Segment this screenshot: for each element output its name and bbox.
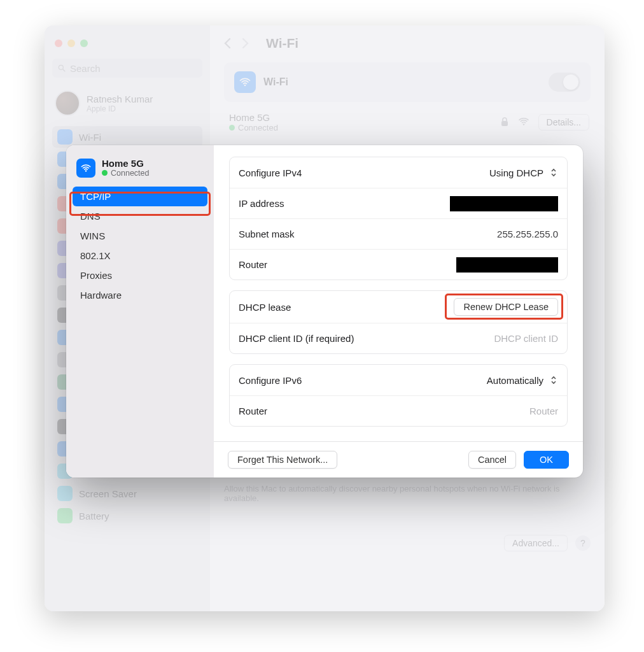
- svg-point-2: [244, 85, 246, 87]
- router-v6-label: Router: [239, 406, 267, 416]
- chevron-updown-icon: [549, 167, 558, 178]
- ipv6-group: Configure IPv6 Automatically Router Rout…: [229, 364, 568, 427]
- subnet-label: Subnet mask: [239, 229, 295, 239]
- account-sub: Apple ID: [87, 104, 153, 113]
- zoom-window-icon[interactable]: [80, 39, 88, 47]
- avatar: [55, 90, 80, 116]
- forget-network-button[interactable]: Forget This Network...: [228, 451, 337, 469]
- advanced-button[interactable]: Advanced...: [504, 535, 568, 551]
- status-dot-icon: [229, 125, 235, 131]
- configure-ipv6-popup[interactable]: Automatically: [487, 374, 558, 386]
- router-v4-label: Router: [239, 259, 267, 270]
- account-name: Ratnesh Kumar: [87, 94, 153, 104]
- dhcp-client-id-input[interactable]: DHCP client ID: [494, 333, 558, 344]
- apple-id-account[interactable]: Ratnesh Kumar Apple ID: [52, 88, 202, 124]
- wifi-status-card: Wi-Fi: [224, 62, 591, 102]
- sheet-tab-wins[interactable]: WINS: [73, 226, 207, 246]
- configure-ipv6-label: Configure IPv6: [239, 375, 302, 386]
- status-dot-icon: [102, 170, 108, 176]
- dhcp-group: DHCP lease Renew DHCP Lease DHCP client …: [229, 290, 568, 354]
- details-button[interactable]: Details...: [538, 114, 589, 131]
- lock-icon: [500, 117, 509, 129]
- sheet-sidebar: Home 5G Connected TCP/IPDNSWINS802.1XPro…: [66, 145, 214, 478]
- sidebar-item-label: Screen Saver: [79, 488, 137, 499]
- chevron-updown-icon: [549, 374, 558, 386]
- page-title: Wi-Fi: [266, 36, 298, 51]
- wifi-icon: [76, 159, 95, 178]
- sheet-tabs: TCP/IPDNSWINS802.1XProxiesHardware: [73, 187, 207, 305]
- sheet-footer: Forget This Network... Cancel OK: [214, 441, 583, 478]
- sidebar-item-icon: [57, 486, 73, 501]
- sheet-network-header: Home 5G Connected: [73, 154, 207, 187]
- ipv4-group: Configure IPv4 Using DHCP IP address Sub…: [229, 157, 568, 280]
- network-name: Home 5G: [227, 112, 278, 123]
- nav-forward-icon[interactable]: [242, 37, 251, 50]
- sheet-network-status: Connected: [111, 169, 149, 178]
- sheet-main: Configure IPv4 Using DHCP IP address Sub…: [214, 145, 583, 478]
- wifi-label: Wi-Fi: [263, 76, 288, 88]
- svg-point-4: [522, 124, 524, 125]
- configure-ipv4-popup[interactable]: Using DHCP: [489, 167, 558, 178]
- ip-address-label: IP address: [239, 198, 284, 209]
- svg-line-1: [63, 69, 66, 72]
- configure-ipv4-label: Configure IPv4: [239, 167, 302, 178]
- sidebar-item-label: Battery: [79, 511, 109, 521]
- dhcp-lease-label: DHCP lease: [239, 302, 291, 313]
- sheet-tab-tcpip[interactable]: TCP/IP: [73, 187, 207, 206]
- sidebar-item[interactable]: Screen Saver: [52, 483, 202, 504]
- svg-point-5: [85, 170, 87, 171]
- router-v6-input[interactable]: Router: [529, 406, 558, 416]
- sidebar-item-label: Wi-Fi: [79, 132, 101, 143]
- close-window-icon[interactable]: [55, 39, 62, 47]
- svg-rect-3: [501, 121, 508, 126]
- ip-address-value: [450, 196, 558, 211]
- sheet-tab-proxies[interactable]: Proxies: [73, 266, 207, 285]
- ok-button[interactable]: OK: [524, 451, 569, 469]
- sheet-tab-8021x[interactable]: 802.1X: [73, 246, 207, 266]
- signal-icon: [518, 117, 529, 128]
- network-details-sheet: Home 5G Connected TCP/IPDNSWINS802.1XPro…: [66, 145, 583, 478]
- sidebar-item-icon: [57, 129, 73, 145]
- sheet-tab-hardware[interactable]: Hardware: [73, 285, 207, 305]
- wifi-icon: [234, 71, 256, 93]
- search-icon: [57, 64, 66, 73]
- sheet-tab-dns[interactable]: DNS: [73, 206, 207, 226]
- hotspot-description: Allow this Mac to automatically discover…: [224, 484, 591, 503]
- sidebar-item[interactable]: Battery: [52, 505, 202, 527]
- sidebar-item-icon: [57, 508, 73, 523]
- minimize-window-icon[interactable]: [67, 39, 75, 47]
- subnet-value: 255.255.255.0: [497, 229, 558, 239]
- sheet-network-name: Home 5G: [102, 158, 149, 169]
- cancel-button[interactable]: Cancel: [468, 451, 516, 469]
- network-status: Connected: [238, 123, 278, 132]
- renew-dhcp-lease-button[interactable]: Renew DHCP Lease: [454, 298, 558, 316]
- sidebar-item[interactable]: Wi-Fi: [52, 126, 202, 148]
- wifi-toggle[interactable]: [549, 73, 580, 92]
- router-v4-value: [456, 257, 558, 273]
- dhcp-client-id-label: DHCP client ID (if required): [239, 333, 354, 344]
- svg-point-0: [59, 65, 63, 69]
- window-traffic-lights: [52, 36, 202, 59]
- help-button[interactable]: ?: [575, 535, 591, 551]
- search-input[interactable]: [52, 59, 202, 78]
- nav-back-icon[interactable]: [224, 37, 233, 50]
